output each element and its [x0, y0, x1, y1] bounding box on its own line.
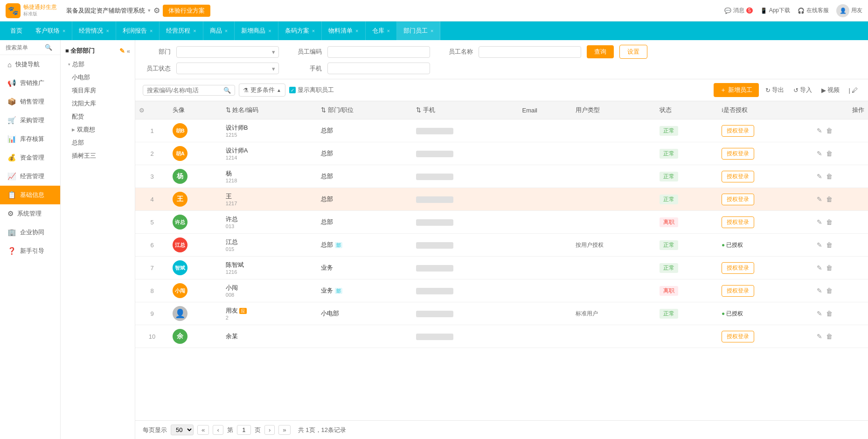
sort-icon[interactable]: ⇅	[416, 106, 421, 113]
set-button[interactable]: 设置	[619, 45, 647, 59]
sort-icon[interactable]: ⇅	[321, 106, 326, 113]
delete-icon[interactable]: 🗑	[826, 218, 833, 226]
auth-button[interactable]: 授权登录	[722, 262, 754, 274]
edit-icon[interactable]: ✎	[817, 127, 822, 134]
export-button[interactable]: ↻ 导出	[763, 86, 787, 94]
dept-edit-icon[interactable]: ✎	[119, 47, 125, 55]
show-dismissed-checkbox[interactable]: ✓	[289, 87, 296, 93]
auth-button[interactable]: 授权登录	[722, 285, 754, 297]
auth-button[interactable]: 授权登录	[722, 331, 754, 342]
row-auth[interactable]: 授权登录	[718, 188, 813, 211]
sidebar-item-inventory[interactable]: 📊 库存核算	[0, 130, 60, 148]
sidebar-item-corp[interactable]: 🏢 企业协同	[0, 223, 60, 242]
sort-icon[interactable]: ⇅	[226, 106, 231, 113]
page-size-select[interactable]: 50	[171, 425, 194, 435]
dept-select[interactable]	[176, 46, 279, 58]
edit-icon[interactable]: ✎	[817, 241, 822, 249]
online-service-btn[interactable]: 🎧 在线客服	[798, 7, 829, 14]
close-icon[interactable]: ×	[312, 28, 315, 34]
edit-icon[interactable]: ✎	[817, 173, 822, 180]
close-icon[interactable]: ×	[150, 28, 153, 34]
row-auth[interactable]: 授权登录	[718, 142, 813, 165]
sidebar-item-sales[interactable]: 📦 销售管理	[0, 92, 60, 111]
show-dismissed-toggle[interactable]: ✓ 显示离职员工	[289, 86, 334, 94]
last-page-btn[interactable]: »	[278, 425, 290, 435]
add-employee-button[interactable]: ＋ 新增员工	[714, 83, 759, 97]
view-button[interactable]: ▶ 视频	[819, 86, 842, 94]
phone-input[interactable]	[327, 63, 430, 74]
sidebar-item-marketing[interactable]: 📢 营销推广	[0, 74, 60, 92]
edit-icon[interactable]: ✎	[817, 195, 822, 203]
row-auth[interactable]: 授权登录	[718, 325, 813, 348]
sidebar-item-purchase[interactable]: 🛒 采购管理	[0, 111, 60, 130]
delete-icon[interactable]: 🗑	[826, 287, 833, 294]
row-auth[interactable]: 授权登录	[718, 257, 813, 279]
dept-item-shuanglu[interactable]: ▶ 双鹿想	[61, 123, 135, 136]
close-icon[interactable]: ×	[387, 28, 390, 34]
edit-icon[interactable]: ✎	[817, 333, 822, 340]
search-input[interactable]	[6, 44, 43, 51]
app-download-btn[interactable]: 📱 App下载	[760, 7, 790, 14]
close-icon[interactable]: ×	[106, 28, 109, 34]
sidebar-item-guide[interactable]: ❓ 新手引导	[0, 242, 60, 260]
sidebar-item-finance[interactable]: 💰 资金管理	[0, 148, 60, 167]
auth-button[interactable]: 授权登录	[722, 216, 754, 228]
delete-icon[interactable]: 🗑	[826, 310, 833, 317]
tab-home[interactable]: 首页	[4, 21, 29, 40]
sidebar-item-quick-nav[interactable]: ⌂ 快捷导航	[0, 55, 60, 74]
auth-button[interactable]: 授权登录	[722, 148, 754, 160]
row-auth[interactable]: 授权登录	[718, 211, 813, 234]
row-auth[interactable]: 授权登录	[718, 165, 813, 188]
emp-code-input[interactable]	[327, 46, 430, 58]
dept-item-shenyang[interactable]: 沈阳大库	[61, 97, 135, 110]
first-page-btn[interactable]: «	[197, 425, 209, 435]
edit-icon[interactable]: ✎	[817, 218, 822, 226]
tab-history[interactable]: 经营历程 ×	[160, 21, 203, 40]
delete-icon[interactable]: 🗑	[826, 264, 833, 272]
delete-icon[interactable]: 🗑	[826, 333, 833, 340]
dept-item-zongbu[interactable]: 总部	[61, 136, 135, 149]
close-icon[interactable]: ×	[193, 28, 196, 34]
auth-button[interactable]: 授权登录	[722, 125, 754, 137]
query-button[interactable]: 查询	[587, 45, 614, 58]
edit-col-button[interactable]: | 🖊	[846, 87, 861, 94]
edit-icon[interactable]: ✎	[817, 310, 822, 317]
tab-warehouse[interactable]: 仓库 ×	[366, 21, 397, 40]
row-auth[interactable]: 授权登录	[718, 119, 813, 142]
tab-new-goods[interactable]: 新增商品 ×	[235, 21, 278, 40]
edit-icon[interactable]: ✎	[817, 264, 822, 272]
row-auth[interactable]: 授权登录	[718, 279, 813, 302]
edit-icon[interactable]: ✎	[817, 150, 822, 157]
sidebar-item-system[interactable]: ⚙ 系统管理	[0, 204, 60, 223]
tab-customer[interactable]: 客户联络 ×	[29, 21, 72, 40]
sidebar-item-operations[interactable]: 📈 经营管理	[0, 167, 60, 186]
close-icon[interactable]: ×	[225, 28, 228, 34]
user-btn[interactable]: 👤 用友	[836, 4, 862, 17]
close-icon[interactable]: ×	[431, 28, 433, 34]
emp-status-select[interactable]	[176, 63, 279, 74]
delete-icon[interactable]: 🗑	[826, 241, 833, 249]
dept-collapse-icon[interactable]: «	[127, 48, 130, 55]
delete-icon[interactable]: 🗑	[826, 173, 833, 180]
dept-item-root[interactable]: ▾ 总部	[61, 58, 135, 71]
auth-button[interactable]: 授权登录	[722, 171, 754, 182]
import-button[interactable]: ↺ 导入	[791, 86, 815, 94]
tab-bom[interactable]: 物料清单 ×	[322, 21, 365, 40]
auth-button[interactable]: 授权登录	[722, 194, 754, 205]
delete-icon[interactable]: 🗑	[826, 195, 833, 203]
close-icon[interactable]: ×	[62, 28, 65, 34]
dept-item-project[interactable]: 项目库房	[61, 84, 135, 97]
message-btn[interactable]: 💬 消息 5	[724, 7, 753, 14]
tab-goods[interactable]: 商品 ×	[203, 21, 235, 40]
search-input[interactable]	[147, 87, 222, 94]
next-page-btn[interactable]: ›	[264, 425, 275, 435]
close-icon[interactable]: ×	[268, 28, 271, 34]
dept-item-distribution[interactable]: 配货	[61, 110, 135, 123]
tab-operation[interactable]: 经营情况 ×	[72, 21, 116, 40]
emp-name-input[interactable]	[479, 46, 581, 58]
sidebar-item-basic-info[interactable]: 📋 基础信息	[0, 186, 60, 204]
dept-item-chasuwan[interactable]: 插树王三	[61, 149, 135, 162]
tab-profit[interactable]: 利润报告 ×	[116, 21, 160, 40]
trial-button[interactable]: 体验行业方案	[163, 5, 210, 17]
delete-icon[interactable]: 🗑	[826, 127, 833, 134]
